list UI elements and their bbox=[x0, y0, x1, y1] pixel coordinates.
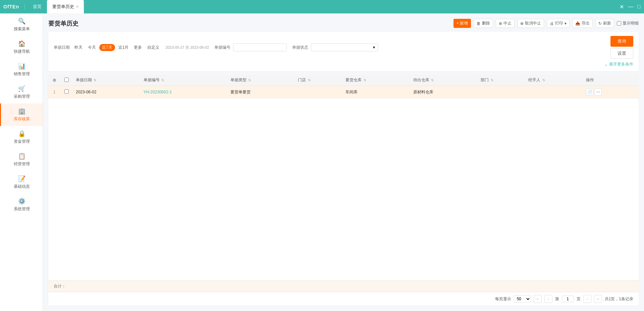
cancel-stop-button[interactable]: ⊗ 取消中止 bbox=[517, 19, 544, 28]
date-btn-1month[interactable]: 近1月 bbox=[116, 44, 131, 51]
settings-button[interactable]: 设置 bbox=[610, 48, 633, 59]
row-order-no: YH-20230602-1 bbox=[140, 86, 227, 98]
window-minimize-icon[interactable]: — bbox=[628, 4, 633, 10]
table-container: ⚙ 单据日期 ⇅ 单据编号 ⇅ bbox=[48, 75, 639, 306]
window-close-icon[interactable]: ✕ bbox=[620, 4, 624, 10]
sidebar-item-basic-info[interactable]: 📝 基础信息 bbox=[0, 171, 43, 193]
table-row[interactable]: 1 2023-06-02 YH-20230602-1 要货单要货 bbox=[48, 86, 639, 98]
print-icon: 🖨 bbox=[550, 21, 554, 26]
print-dropdown-icon: ▾ bbox=[565, 21, 567, 26]
sidebar-item-sales[interactable]: 📊 销售管理 bbox=[0, 58, 43, 81]
date-range-display: 2023-05-27 至 2023-06-02 bbox=[165, 45, 209, 50]
status-select-arrow: ▾ bbox=[373, 45, 375, 50]
col-checkbox bbox=[60, 75, 72, 86]
sort-dept-icon: ⇅ bbox=[491, 78, 493, 82]
date-btn-7days[interactable]: 近7天 bbox=[99, 44, 115, 51]
sort-type-icon: ⇅ bbox=[248, 78, 251, 82]
stop-icon: ⊗ bbox=[499, 21, 502, 26]
row-more-btn[interactable]: ⋯ bbox=[594, 88, 602, 96]
select-all-checkbox[interactable] bbox=[64, 78, 69, 82]
col-handler[interactable]: 经手人 ⇅ bbox=[525, 75, 583, 86]
window-controls: ✕ — □ bbox=[620, 4, 641, 10]
per-page-select[interactable]: 50 100 bbox=[514, 295, 531, 303]
new-button[interactable]: + 新增 bbox=[453, 19, 471, 28]
export-button[interactable]: 📤 导出 bbox=[572, 19, 593, 28]
col-date[interactable]: 单据日期 ⇅ bbox=[72, 75, 140, 86]
sidebar-item-operations[interactable]: 📋 经营管理 bbox=[0, 148, 43, 171]
sidebar-item-label: 快捷导航 bbox=[14, 49, 30, 54]
sidebar-item-inventory[interactable]: 🏢 库存核算 bbox=[0, 103, 43, 126]
export-icon: 📤 bbox=[575, 21, 580, 26]
finance-icon: 🔒 bbox=[18, 130, 25, 137]
col-order-type[interactable]: 单据类型 ⇅ bbox=[227, 75, 294, 86]
page-header: 要货单历史 + 新增 🗑 删除 ⊗ 中止 ⊗ 取消中止 bbox=[48, 19, 639, 28]
filter-area: 单据日期 昨天 今天 近7天 近1月 更多 自定义 2023-05-27 至 2… bbox=[48, 32, 639, 71]
row-view-btn[interactable]: 📄 bbox=[586, 88, 593, 96]
display-detail-toggle[interactable]: 显示明细 bbox=[617, 20, 639, 26]
row-date: 2023-06-02 bbox=[72, 86, 140, 98]
refresh-button[interactable]: ↻ 刷新 bbox=[595, 19, 614, 28]
sidebar-item-purchase[interactable]: 🛒 采购管理 bbox=[0, 81, 43, 103]
action-bar: + 新增 🗑 删除 ⊗ 中止 ⊗ 取消中止 🖨 打 bbox=[453, 19, 639, 28]
order-no-link[interactable]: YH-20230602-1 bbox=[144, 90, 172, 94]
sidebar-item-search-menu[interactable]: 🔍 搜索菜单 bbox=[0, 13, 43, 36]
display-detail-checkbox[interactable] bbox=[617, 21, 621, 26]
sidebar-item-label: 库存核算 bbox=[14, 116, 30, 122]
tab-home[interactable]: 首页 bbox=[28, 0, 47, 13]
page-label: 第 bbox=[555, 296, 559, 302]
row-req-warehouse: 车间库 bbox=[342, 86, 410, 98]
row-select-checkbox[interactable] bbox=[64, 89, 69, 94]
per-page-label: 每页显示 bbox=[495, 296, 511, 302]
brand-logo: OfTEn bbox=[3, 4, 25, 9]
col-order-no[interactable]: 单据编号 ⇅ bbox=[140, 75, 227, 86]
status-select[interactable]: ▾ bbox=[311, 43, 378, 51]
expand-more-btn[interactable]: ⌄ 展开更多条件 bbox=[604, 61, 633, 67]
row-pending-warehouse: 原材料仓库 bbox=[410, 86, 477, 98]
operations-icon: 📋 bbox=[18, 152, 25, 160]
expand-row: ⌄ 展开更多条件 bbox=[54, 61, 633, 67]
date-btn-yesterday[interactable]: 昨天 bbox=[72, 44, 85, 51]
row-store bbox=[294, 86, 342, 98]
tab-close-icon[interactable]: × bbox=[76, 4, 78, 9]
sort-store-icon: ⇅ bbox=[308, 78, 311, 82]
date-btn-today[interactable]: 今天 bbox=[86, 44, 98, 51]
sidebar-item-label: 采购管理 bbox=[14, 94, 30, 99]
delete-icon: 🗑 bbox=[477, 21, 481, 26]
date-btn-custom[interactable]: 自定义 bbox=[145, 44, 161, 51]
prev-page-btn[interactable]: ‹ bbox=[544, 295, 552, 303]
sort-order-icon: ⇅ bbox=[161, 78, 164, 82]
page-number-input[interactable] bbox=[562, 296, 574, 302]
query-button[interactable]: 查询 bbox=[610, 36, 633, 47]
cancel-stop-icon: ⊗ bbox=[520, 21, 524, 26]
window-maximize-icon[interactable]: □ bbox=[637, 4, 641, 10]
sidebar-item-label: 经营管理 bbox=[14, 161, 30, 167]
delete-button[interactable]: 🗑 删除 bbox=[474, 19, 493, 28]
summary-label: 合计： bbox=[54, 284, 66, 288]
date-btn-more[interactable]: 更多 bbox=[132, 44, 144, 51]
table-header-row: ⚙ 单据日期 ⇅ 单据编号 ⇅ bbox=[48, 75, 639, 86]
sidebar-item-label: 系统管理 bbox=[14, 206, 30, 212]
stop-button[interactable]: ⊗ 中止 bbox=[496, 19, 515, 28]
print-button[interactable]: 🖨 打印 ▾ bbox=[547, 19, 570, 28]
col-department[interactable]: 部门 ⇅ bbox=[477, 75, 525, 86]
last-page-btn[interactable]: » bbox=[594, 295, 602, 303]
col-req-warehouse[interactable]: 要货仓库 ⇅ bbox=[342, 75, 410, 86]
search-menu-icon: 🔍 bbox=[18, 17, 25, 25]
order-no-input[interactable] bbox=[233, 43, 287, 51]
next-page-btn[interactable]: › bbox=[583, 295, 591, 303]
col-pending-warehouse[interactable]: 待出仓库 ⇅ bbox=[410, 75, 477, 86]
sidebar-item-system[interactable]: ⚙️ 系统管理 bbox=[0, 193, 43, 216]
sidebar-item-quick-nav[interactable]: 🏠 快捷导航 bbox=[0, 36, 43, 58]
sort-date-icon: ⇅ bbox=[94, 78, 96, 82]
col-store[interactable]: 门店 ⇅ bbox=[294, 75, 342, 86]
col-settings[interactable]: ⚙ bbox=[48, 75, 60, 86]
date-filter-label: 单据日期 bbox=[54, 45, 70, 50]
total-info: 共1页，1条记录 bbox=[605, 296, 633, 302]
table-body: 1 2023-06-02 YH-20230602-1 要货单要货 bbox=[48, 86, 639, 98]
first-page-btn[interactable]: « bbox=[534, 295, 542, 303]
tab-requisition-history[interactable]: 要货单历史 × bbox=[47, 0, 84, 13]
page-title: 要货单历史 bbox=[48, 19, 78, 28]
sidebar-item-finance[interactable]: 🔒 资金管理 bbox=[0, 126, 43, 148]
page-end-label: 页 bbox=[577, 296, 581, 302]
refresh-icon: ↻ bbox=[598, 21, 602, 26]
